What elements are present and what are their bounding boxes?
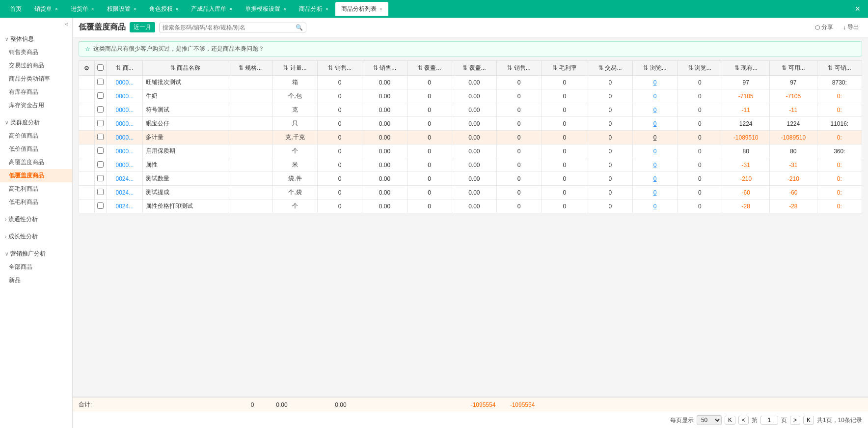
coverage1-col-header[interactable]: ⇅ 覆盖... [407, 61, 452, 76]
gross-margin-col-header[interactable]: ⇅ 毛利率 [542, 61, 588, 76]
row-browse1[interactable]: 0 [632, 131, 677, 144]
nav-tab-product-analysis[interactable]: 商品分析 × [293, 2, 334, 16]
code-col-header[interactable]: ⇅ 商... [107, 61, 143, 76]
close-all-button[interactable]: × [851, 4, 864, 14]
last-page-button[interactable]: K [803, 416, 814, 425]
close-icon[interactable]: × [176, 6, 179, 12]
row-checkbox[interactable] [95, 103, 107, 117]
checkbox-col-header[interactable] [95, 61, 107, 76]
sidebar-group-circulation[interactable]: › 流通性分析 [0, 213, 72, 226]
row-gross-margin: 0 [542, 172, 588, 186]
row-browse1[interactable]: 0 [632, 172, 677, 186]
close-icon[interactable]: × [326, 6, 328, 12]
close-icon[interactable]: × [380, 6, 382, 12]
row-browse1[interactable]: 0 [632, 186, 677, 200]
row-name[interactable]: 属性价格打印测试 [143, 200, 228, 213]
sales-qty-col-header[interactable]: ⇅ 销售... [318, 61, 362, 76]
nav-tab-role[interactable]: 角色授权 × [143, 2, 185, 16]
browse1-col-header[interactable]: ⇅ 浏览... [632, 61, 677, 76]
close-icon[interactable]: × [134, 6, 136, 12]
row-name[interactable]: 启用保质期 [143, 144, 228, 158]
sidebar-group-marketing[interactable]: ∨ 营销推广分析 [0, 247, 72, 260]
sidebar-item-sales-products[interactable]: 销售类商品 [0, 46, 72, 59]
nav-tab-home[interactable]: 首页 [4, 2, 27, 16]
page-size-select[interactable]: 50 100 200 [697, 415, 722, 425]
row-checkbox[interactable] [95, 131, 107, 144]
browse2-col-header[interactable]: ⇅ 浏览... [678, 61, 722, 76]
row-name[interactable]: 属性 [143, 158, 228, 172]
sidebar-group-cluster[interactable]: ∨ 类群度分析 [0, 116, 72, 129]
unit-col-header[interactable]: ⇅ 计量... [272, 61, 317, 76]
sidebar-item-high-coverage[interactable]: 高覆盖度商品 [0, 156, 72, 169]
sidebar-item-all-products[interactable]: 全部商品 [0, 260, 72, 274]
close-icon[interactable]: × [91, 6, 94, 12]
select-all-checkbox[interactable] [97, 64, 104, 71]
coverage2-col-header[interactable]: ⇅ 覆盖... [452, 61, 496, 76]
name-col-header[interactable]: ⇅ 商品名称 [143, 61, 228, 76]
row-name[interactable]: 多计量 [143, 131, 228, 144]
sidebar-item-category-rate[interactable]: 商品分类动销率 [0, 72, 72, 86]
sidebar-item-new-products[interactable]: 新品 [0, 274, 72, 287]
next-page-button[interactable]: > [790, 416, 800, 425]
spec-col-header[interactable]: ⇅ 规格... [228, 61, 272, 76]
row-checkbox[interactable] [95, 186, 107, 200]
row-name[interactable]: 符号测试 [143, 103, 228, 117]
row-browse1[interactable]: 0 [632, 117, 677, 131]
first-page-button[interactable]: K [725, 416, 735, 425]
row-name[interactable]: 牛奶 [143, 89, 228, 103]
row-checkbox[interactable] [95, 158, 107, 172]
row-name[interactable]: 眠宝公仔 [143, 117, 228, 131]
sidebar-item-low-value[interactable]: 低价值商品 [0, 143, 72, 156]
row-checkbox[interactable] [95, 76, 107, 89]
row-name[interactable]: 测试数量 [143, 172, 228, 186]
row-name[interactable]: 测试提成 [143, 186, 228, 200]
sidebar-item-traded-products[interactable]: 交易过的商品 [0, 59, 72, 72]
close-icon[interactable]: × [229, 6, 232, 12]
nav-tab-permission[interactable]: 权限设置 × [101, 2, 142, 16]
close-icon[interactable]: × [283, 6, 286, 12]
page-number-input[interactable] [760, 416, 778, 425]
sidebar-item-high-value[interactable]: 高价值商品 [0, 129, 72, 143]
sidebar-group-overall[interactable]: ∨ 整体信息 [0, 32, 72, 46]
sales3-col-header[interactable]: ⇅ 销售... [496, 61, 541, 76]
row-name[interactable]: 旺铺批次测试 [143, 76, 228, 89]
sidebar-group-growth[interactable]: › 成长性分析 [0, 230, 72, 243]
settings-col-header[interactable]: ⚙ [79, 61, 95, 76]
row-checkbox[interactable] [95, 89, 107, 103]
sidebar-item-low-margin[interactable]: 低毛利商品 [0, 196, 72, 209]
row-browse1[interactable]: 0 [632, 89, 677, 103]
nav-tab-product-analysis-list[interactable]: 商品分析列表 × [335, 2, 388, 16]
sidebar-item-stocked-products[interactable]: 有库存商品 [0, 86, 72, 99]
share-button[interactable]: ⬡ 分享 [812, 22, 836, 33]
nav-tab-template[interactable]: 单据模板设置 × [239, 2, 292, 16]
sidebar-toggle-button[interactable]: « [0, 18, 72, 30]
search-input[interactable] [163, 24, 296, 31]
sales-amt-col-header[interactable]: ⇅ 销售... [362, 61, 407, 76]
export-button[interactable]: ↓ 导出 [840, 22, 862, 33]
nav-tab-sales[interactable]: 销货单 × [28, 2, 64, 16]
row-browse1[interactable]: 0 [632, 76, 677, 89]
row-checkbox[interactable] [95, 200, 107, 213]
row-browse1[interactable]: 0 [632, 200, 677, 213]
row-spec [228, 186, 272, 200]
sidebar-item-inventory-capital[interactable]: 库存资金占用 [0, 99, 72, 112]
row-checkbox[interactable] [95, 117, 107, 131]
row-checkbox[interactable] [95, 144, 107, 158]
date-filter-button[interactable]: 近一月 [130, 22, 155, 32]
row-browse1[interactable]: 0 [632, 103, 677, 117]
nav-tab-purchase[interactable]: 进货单 × [65, 2, 100, 16]
sidebar-item-high-margin[interactable]: 高毛利商品 [0, 182, 72, 196]
sort-icon: ⇅ [552, 64, 557, 71]
row-browse1[interactable]: 0 [632, 158, 677, 172]
row-checkbox[interactable] [95, 172, 107, 186]
current-stock-col-header[interactable]: ⇅ 现有... [722, 61, 770, 76]
available-col-header[interactable]: ⇅ 可用... [770, 61, 817, 76]
close-icon[interactable]: × [55, 6, 58, 12]
sellable-col-header[interactable]: ⇅ 可销... [817, 61, 862, 76]
sidebar-item-low-coverage[interactable]: 低覆盖度商品 [0, 169, 72, 182]
trade-col-header[interactable]: ⇅ 交易... [588, 61, 632, 76]
prev-page-button[interactable]: < [738, 416, 749, 425]
row-sales3: 0 [496, 76, 541, 89]
row-browse1[interactable]: 0 [632, 144, 677, 158]
nav-tab-product-in[interactable]: 产成品入库单 × [185, 2, 238, 16]
